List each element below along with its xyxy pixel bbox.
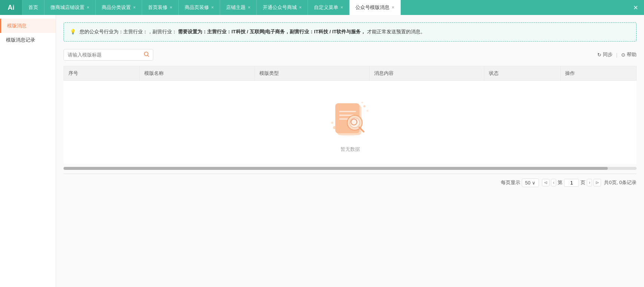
svg-line-1: [148, 55, 149, 57]
close-tab-open-mall[interactable]: ×: [299, 5, 302, 10]
page-size-label: 每页显示: [501, 179, 520, 186]
app-logo: Ai: [0, 0, 22, 15]
chevron-down-icon: ∨: [532, 180, 536, 186]
sidebar-item-template-msg-log[interactable]: 模版消息记录: [0, 33, 56, 47]
main-layout: 模版消息 模版消息记录 💡 您的公众号行业为：主营行业：，副营行业： 需要设置为…: [0, 15, 644, 287]
empty-icon: [328, 96, 373, 141]
tab-open-mall[interactable]: 开通公众号商城 ×: [257, 0, 308, 15]
page-size-dropdown[interactable]: 50 ∨: [522, 178, 539, 187]
notice-icon: 💡: [70, 29, 76, 34]
tab-category-settings[interactable]: 商品分类设置 ×: [96, 0, 142, 15]
col-content: 消息内容: [369, 66, 484, 80]
actions-divider: |: [616, 52, 617, 58]
help-button[interactable]: ⊙ 帮助: [621, 51, 637, 58]
scrollbar-thumb[interactable]: [64, 167, 608, 170]
close-tab-shop-settings[interactable]: ×: [87, 5, 89, 10]
close-all-tabs[interactable]: ✕: [627, 4, 644, 11]
total-info: 共0页, 0条记录: [604, 179, 637, 186]
svg-point-13: [367, 110, 368, 112]
page-unit: 页: [580, 179, 585, 186]
search-input[interactable]: [64, 50, 140, 60]
search-actions: ↻ 同步 | ⊙ 帮助: [597, 51, 637, 58]
empty-text: 暂无数据: [64, 146, 637, 153]
sync-icon: ↻: [597, 52, 601, 58]
notice-box: 💡 您的公众号行业为：主营行业：，副营行业： 需要设置为：主营行业：IT科技 /…: [64, 22, 637, 42]
tab-bar: Ai 首页 微商城店铺设置 × 商品分类设置 × 首页装修 × 商品页装修 × …: [0, 0, 644, 15]
page-input[interactable]: [564, 179, 579, 187]
sync-button[interactable]: ↻ 同步: [597, 51, 613, 58]
sidebar: 模版消息 模版消息记录: [0, 15, 56, 287]
tab-shop-theme[interactable]: 店铺主题 ×: [220, 0, 257, 15]
svg-point-15: [333, 126, 336, 129]
tab-custom-menu[interactable]: 自定义菜单 ×: [308, 0, 349, 15]
notice-suffix: 才能正常发送预置的消息。: [367, 29, 425, 34]
close-tab-homepage-decor[interactable]: ×: [170, 5, 172, 10]
prev-page-button[interactable]: ‹: [551, 179, 556, 186]
search-button[interactable]: [140, 49, 153, 60]
col-type: 模版类型: [255, 66, 369, 80]
pagination-row: 每页显示 50 ∨ ⊲ ‹ 第 页 › ⊳ 共0页, 0条记录: [64, 174, 637, 189]
notice-prefix: 您的公众号行业为：主营行业：，副营行业：: [80, 29, 177, 34]
sidebar-item-template-msg[interactable]: 模版消息: [0, 19, 56, 33]
empty-row: 暂无数据: [64, 80, 637, 164]
col-name: 模版名称: [140, 66, 255, 80]
table-header-row: 序号 模版名称 模版类型 消息内容 状态 操作: [64, 66, 637, 80]
tab-template-msg[interactable]: 公众号模版消息 ×: [349, 0, 401, 15]
search-input-wrap: [64, 49, 153, 61]
svg-point-14: [361, 102, 363, 103]
page-size-value: 50: [525, 180, 530, 186]
page-label: 第: [558, 179, 563, 186]
data-table: 序号 模版名称 模版类型 消息内容 状态 操作: [64, 66, 637, 164]
content-area: 💡 您的公众号行业为：主营行业：，副营行业： 需要设置为：主营行业：IT科技 /…: [56, 15, 644, 287]
page-nav: ⊲ ‹ 第 页 › ⊳: [542, 179, 601, 187]
svg-point-12: [363, 105, 366, 107]
col-status: 状态: [484, 66, 560, 80]
next-page-button[interactable]: ›: [587, 179, 592, 186]
tab-product-page-decor[interactable]: 商品页装修 ×: [179, 0, 220, 15]
close-tab-product-page-decor[interactable]: ×: [211, 5, 214, 10]
close-tab-custom-menu[interactable]: ×: [341, 5, 343, 10]
tab-homepage-decor[interactable]: 首页装修 ×: [142, 0, 179, 15]
help-icon: ⊙: [621, 52, 625, 58]
last-page-button[interactable]: ⊳: [594, 179, 601, 186]
close-tab-category-settings[interactable]: ×: [133, 5, 136, 10]
page-size-select: 每页显示 50 ∨: [501, 178, 539, 187]
tab-home[interactable]: 首页: [22, 0, 44, 15]
close-tab-shop-theme[interactable]: ×: [248, 5, 250, 10]
notice-highlight: 需要设置为：主营行业：IT科技 / 互联网|电子商务，副营行业：IT科技 / I…: [178, 29, 366, 34]
empty-state: 暂无数据: [64, 81, 637, 164]
col-seq: 序号: [64, 66, 140, 80]
svg-point-16: [331, 122, 333, 124]
close-tab-template-msg[interactable]: ×: [392, 5, 394, 10]
scrollbar-area[interactable]: [64, 167, 637, 170]
search-row: ↻ 同步 | ⊙ 帮助: [64, 49, 637, 61]
tab-shop-settings[interactable]: 微商城店铺设置 ×: [44, 0, 96, 15]
col-action: 操作: [560, 66, 637, 80]
first-page-button[interactable]: ⊲: [542, 179, 549, 186]
